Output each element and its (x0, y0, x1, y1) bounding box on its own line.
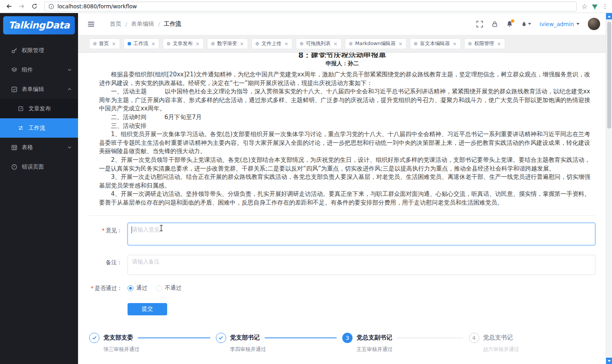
sidebar-item-form-edit[interactable]: 表单编辑 (0, 80, 78, 99)
paragraph: 二、活动时间 6月下旬至7月 (99, 113, 590, 122)
tab-workflow[interactable]: 工作流 × (124, 38, 159, 49)
main-content: 8：建党节庆祝活动申报单 申报人：孙二 根据县委组织部(组织[20xx]21)文… (78, 53, 612, 364)
tab-close-icon[interactable]: × (112, 41, 116, 46)
scroll-up-button[interactable] (606, 13, 612, 19)
approval-steps: 党支部支委 张三审核并通过 党支部书记 李四审核并通过 (89, 333, 595, 353)
compose-icon (18, 106, 24, 112)
paragraph: 三、活动安排 (99, 122, 590, 131)
browser-forward-button[interactable] (17, 1, 27, 11)
app-logo[interactable]: TalkingData (3, 16, 75, 34)
top-header: 首页 / 表单编辑 / 工作流 (78, 13, 612, 35)
tab-dot (211, 42, 215, 46)
browser-back-button[interactable] (4, 1, 14, 11)
step-title: 党总支书记 (483, 334, 513, 341)
tab-label: 文件上传 (261, 40, 281, 47)
pass-label: *是否通过： (89, 284, 128, 292)
tab-dot (167, 42, 170, 46)
address-bar[interactable]: localhost:8080/form/workflow (44, 2, 577, 11)
hamburger-icon (87, 20, 95, 28)
tab-label: 数字渐变 (217, 40, 237, 47)
tab-dot (468, 42, 472, 46)
document-body: 根据县委组织部(组织[20xx]21)文件通知精神，为纪念中国共产党建党xx周年… (89, 70, 595, 207)
sidebar-item-label: 表单编辑 (22, 86, 44, 93)
radio-label: 不通过 (165, 284, 181, 292)
breadcrumb-home[interactable]: 首页 (110, 20, 121, 28)
step-connector (138, 337, 210, 338)
sidebar-item-label: 错误页面 (22, 163, 44, 171)
sidebar-item-workflow[interactable]: 工作流 (0, 118, 78, 138)
forward-arrow-icon (18, 3, 25, 10)
tab-label: 文章发布 (173, 40, 193, 47)
tab-close-icon[interactable]: × (452, 41, 457, 46)
browser-menu-icon[interactable]: ⋮ (602, 3, 608, 10)
tab-label: 富文本编辑器 (420, 40, 450, 47)
fullscreen-button[interactable] (476, 21, 483, 28)
scroll-down-button[interactable] (606, 358, 612, 364)
text-caret (132, 226, 132, 233)
user-menu[interactable]: iview_admin (540, 21, 580, 27)
radio-pass[interactable]: 通过 (128, 284, 147, 292)
theme-switch-button[interactable] (521, 21, 531, 27)
username: iview_admin (540, 21, 574, 27)
submit-button[interactable]: 提交 (128, 303, 167, 315)
paragraph: 2、开展一次党员领导干部带头上党课活动。各党(总)支部结合本支部情况，为庆祝党的… (99, 156, 590, 173)
tab-close-icon[interactable]: × (334, 41, 338, 46)
page-info-icon[interactable] (48, 4, 54, 9)
remark-textarea[interactable] (128, 255, 595, 275)
sidebar-item-error-page[interactable]: 错误页面 (0, 157, 78, 176)
error-icon (11, 164, 17, 170)
scrollbar-thumb[interactable] (607, 22, 611, 129)
tab-dot (300, 42, 303, 46)
notification-badge (511, 19, 514, 23)
step-description: 王五审核并通过 (357, 346, 469, 353)
tab-close-icon[interactable]: × (497, 41, 501, 46)
chevron-down-icon (67, 145, 72, 150)
breadcrumb-current: 工作流 (164, 20, 181, 28)
checkbox-icon (11, 86, 17, 93)
tab-close-icon[interactable]: × (195, 41, 200, 46)
tab-close-icon[interactable]: × (151, 41, 155, 46)
document-title: 8：建党节庆祝活动申报单 (89, 53, 595, 58)
lock-screen-button[interactable] (492, 21, 498, 27)
sidebar-item-permission[interactable]: 权限管理 (0, 41, 78, 60)
tab-close-icon[interactable]: × (398, 41, 403, 46)
sidebar-item-article-publish[interactable]: 文章发布 (0, 99, 78, 118)
tab-rich-text-editor[interactable]: 富文本编辑器 × (410, 38, 461, 49)
tab-markdown-editor[interactable]: Markdown编辑器 × (345, 38, 406, 49)
avatar[interactable] (588, 18, 600, 30)
radio-fail[interactable]: 不通过 (156, 284, 181, 292)
tab-close-icon[interactable]: × (240, 41, 244, 46)
applicant-line: 申报人：孙二 (89, 60, 595, 67)
sidebar-item-components[interactable]: 组件 (0, 60, 78, 80)
back-arrow-icon (6, 3, 13, 10)
tab-article-publish[interactable]: 文章发布 × (163, 38, 204, 49)
browser-refresh-button[interactable] (29, 1, 40, 11)
collapse-menu-button[interactable] (86, 19, 96, 29)
tab-file-upload[interactable]: 文件上传 × (252, 38, 292, 49)
vue-devtools-icon[interactable] (591, 3, 598, 10)
tab-home[interactable]: 首页 × (89, 38, 120, 49)
grid-icon (11, 144, 17, 151)
remark-label: 备注： (89, 255, 128, 275)
tab-dot (255, 42, 259, 46)
tab-close-icon[interactable]: × (284, 41, 288, 46)
tab-number-gradient[interactable]: 数字渐变 × (207, 38, 248, 49)
bookmark-star-icon[interactable]: ☆ (581, 2, 587, 10)
step-check-circle (89, 333, 99, 343)
step-number-circle: 4 (469, 333, 479, 343)
step-deputy-secretary: 3 党总支副书记 王五审核并通过 (342, 333, 469, 353)
layers-icon (11, 67, 17, 73)
breadcrumb-form-edit[interactable]: 表单编辑 (131, 20, 154, 28)
opinion-textarea[interactable] (128, 223, 595, 245)
sidebar-item-label: 工作流 (29, 125, 45, 132)
tab-draggable-list[interactable]: 可拖拽列表 × (296, 38, 341, 49)
paragraph: 一、活动主题 以中国特色社会主义理论为指导，深入贯彻落实党的十八大、十八届四中全… (99, 87, 590, 113)
page-scrollbar[interactable] (606, 13, 612, 364)
arrow-up-icon (608, 15, 611, 17)
arrow-down-icon (608, 360, 611, 362)
sidebar-item-table[interactable]: 表格 (0, 138, 78, 157)
paragraph: 根据县委组织部(组织[20xx]21)文件通知精神，为纪念中国共产党建党xx周年… (99, 70, 590, 87)
notifications-button[interactable] (506, 21, 513, 27)
tab-permission[interactable]: 权限管理 × (464, 38, 505, 49)
sidebar-menu: 权限管理 组件 表单编辑 (0, 41, 78, 176)
